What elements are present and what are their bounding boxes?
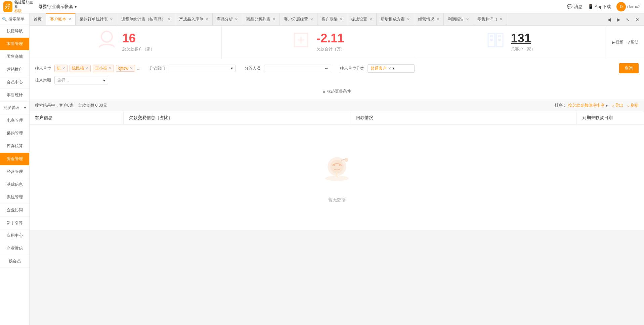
tab-biz-status[interactable]: 经营情况 ✕ [414,13,444,26]
remove-tag-1[interactable]: ✕ [85,66,88,71]
data-table: 客户信息 欠款交易信息（占比） 回款情况 到期未收款日期 [30,111,644,230]
tab-close-icon[interactable]: ✕ [340,17,343,22]
sidebar-item-inventory[interactable]: 库存核算 [0,140,29,153]
credit-amount-icon [291,30,311,50]
query-button[interactable]: 查询 [619,63,639,73]
export-button[interactable]: ○ 导出 [612,103,623,108]
trade-unit-label: 往来单位 [35,66,51,71]
branch-person-select[interactable]: ··· [264,65,331,72]
sidebar-item-marketing[interactable]: 营销推广 [0,63,29,76]
collapse-button[interactable]: ∧ 收起更多条件 [35,87,639,96]
tab-product-analysis[interactable]: 商品分析 ✕ [213,13,242,26]
sidebar-item-retail-mgmt[interactable]: 零售管理 [0,38,29,50]
collapse-icon: ∧ [323,89,326,94]
tab-close-icon[interactable]: ✕ [68,17,71,22]
trade-unit-classify-select[interactable]: 普通客户 ✕ ▾ [368,64,415,73]
th-customer-info: 客户信息 [30,111,124,124]
tab-raise-settings[interactable]: 提成设置 ✕ [347,13,377,26]
result-actions: 排序： 按欠款金额倒序排序 ▾ ○ 导出 ○ 刷新 [555,103,639,108]
tab-inbound-stats[interactable]: 进货单统计表（按商品） ✕ [117,13,175,26]
tab-close-icon[interactable]: ✕ [407,17,410,22]
sort-link[interactable]: 按欠款金额倒序排序 [568,103,604,108]
help-link[interactable]: ? 帮助 [628,39,639,45]
sidebar-item-new-guide[interactable]: 新手引导 [0,217,29,229]
balance-select[interactable]: 选择... ▾ [54,76,108,84]
tab-retail-profit[interactable]: 零售利润（ ✕ [473,13,507,26]
empty-text: 暂无数据 [328,197,346,203]
tab-fullscreen-button[interactable]: ⤡ [624,15,632,24]
sidebar-item-system-mgmt[interactable]: 系统管理 [0,191,29,204]
remove-tag-0[interactable]: ✕ [62,66,65,71]
avatar: D [616,2,626,11]
download-icon: 📱 [588,4,593,9]
sidebar-item-app-center[interactable]: 应用中心 [0,229,29,242]
remove-tag-2[interactable]: ✕ [109,66,112,71]
remove-tag-3[interactable]: ✕ [130,66,133,71]
tab-close-icon[interactable]: ✕ [110,17,113,22]
filter-more-btn[interactable]: ... [137,66,140,71]
tab-close-icon[interactable]: ✕ [466,17,469,22]
svg-point-9 [330,160,344,173]
refresh-button[interactable]: ○ 刷新 [627,103,639,108]
sidebar-item-vip[interactable]: 畅会员 [0,255,29,268]
chevron-down-icon: ▾ [231,66,233,71]
sidebar-item-retail-mall[interactable]: 零售商城 [0,50,29,63]
total-customers-value: 131 [511,32,535,44]
tab-close-icon[interactable]: ✕ [168,17,171,22]
stats-actions: ▶ 视频 ? 帮助 [606,26,644,59]
tab-customer-book[interactable]: 客户账本 ✕ [46,13,76,26]
top-header: 好 畅捷通好生意 标版 母婴行业演示帐套 ▾ 💬 消息 📱 App下载 D de… [0,0,644,13]
tab-close-icon[interactable]: ✕ [272,17,275,22]
sidebar-item-purchase-mgmt[interactable]: 采购管理 [0,127,29,140]
tab-home[interactable]: 首页 [30,13,46,26]
sidebar-item-retail-stats[interactable]: 零售统计 [0,89,29,102]
total-credit-customers-label: 总欠款客户（家） [122,46,155,52]
stats-bar: 16 总欠款客户（家） -2.11 欠款合计（万） [30,26,644,59]
tab-close-icon[interactable]: ✕ [235,17,238,22]
total-customers-label: 总客户（家） [511,46,535,52]
svg-point-12 [345,158,348,161]
tab-profit-report[interactable]: 利润报告 ✕ [444,13,473,26]
tab-close-icon[interactable]: ✕ [310,17,313,22]
header-left: 好 畅捷通好生意 标版 母婴行业演示帐套 ▾ [3,0,80,13]
tab-product-analysis-list[interactable]: 商品分析列表 ✕ [242,13,280,26]
app-download-button[interactable]: 📱 App下载 [588,4,611,10]
empty-icon [320,151,354,191]
tab-purchase-order[interactable]: 采购订单统计表 ✕ [76,13,117,26]
tab-cost-inbound[interactable]: 产成品入库单 ✕ [175,13,213,26]
sidebar-item-quick-nav[interactable]: 快捷导航 [0,25,29,38]
stat-total-credit-customers: 16 总欠款客户（家） [30,26,222,59]
tab-bar: 首页 客户账本 ✕ 采购订单统计表 ✕ 进货单统计表（按商品） ✕ 产成品入库单… [30,13,644,26]
sidebar-item-wholesale-mgmt[interactable]: 批发管理 ▾ [0,102,29,114]
sidebar-item-basic-info[interactable]: 基础信息 [0,178,29,191]
tab-close-all-button[interactable]: ✕ [633,15,641,24]
video-link[interactable]: ▶ 视频 [612,39,624,45]
tab-prev-button[interactable]: ◀ [605,15,613,24]
sidebar-search[interactable]: 🔍 搜索菜单 [0,13,29,25]
chevron-down-icon: ▾ [103,78,105,83]
sidebar-item-member-center[interactable]: 会员中心 [0,76,29,89]
tab-close-icon[interactable]: ✕ [369,17,372,22]
tab-customer-contact[interactable]: 客户联络 ✕ [317,13,347,26]
tab-new-raise-plan[interactable]: 新增提成方案 ✕ [377,13,414,26]
sidebar-item-ecommerce[interactable]: 电商管理 [0,114,29,127]
tab-customer-tier[interactable]: 客户分层经营 ✕ [280,13,317,26]
trade-unit-classify-label: 往来单位分类 [340,66,364,71]
tab-close-icon[interactable]: ✕ [205,17,208,22]
remove-classify-tag[interactable]: ✕ [388,66,391,71]
total-credit-customers-value: 16 [122,32,155,44]
branch-dept-select[interactable]: ▾ [169,65,236,72]
message-button[interactable]: 💬 消息 [567,4,583,10]
tab-next-button[interactable]: ▶ [614,15,622,24]
sidebar-item-enterprise-coop[interactable]: 企业协同 [0,204,29,217]
sidebar-item-biz-mgmt[interactable]: 经营管理 [0,166,29,178]
user-menu[interactable]: D demo2 [616,2,641,11]
tab-close-icon[interactable]: ✕ [500,17,503,22]
chevron-down-icon: ▾ [606,103,608,108]
tab-close-icon[interactable]: ✕ [436,17,439,22]
svg-point-0 [101,31,112,42]
store-selector[interactable]: 母婴行业演示帐套 ▾ [36,2,80,11]
sidebar-item-finance-mgmt[interactable]: 资金管理 [0,153,29,166]
sidebar-item-enterprise-wechat[interactable]: 企业微信 [0,242,29,255]
branch-dept-label: 分管部门 [149,66,165,71]
